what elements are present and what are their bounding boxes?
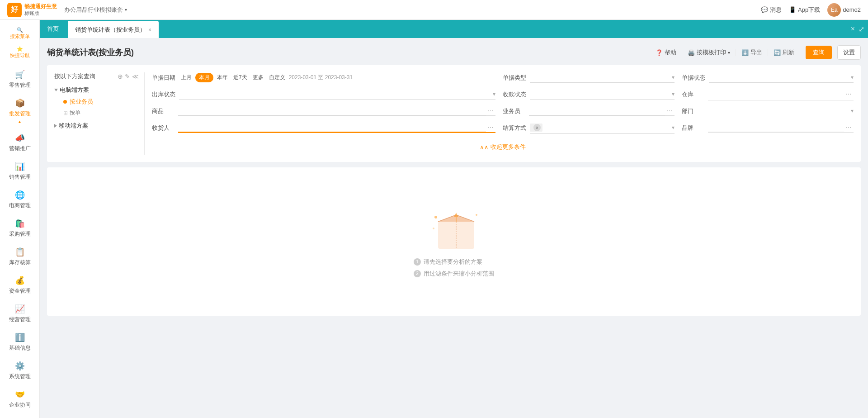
date-btn-this-year[interactable]: 本年	[215, 73, 230, 82]
warehouse-select[interactable]: ···	[708, 88, 854, 100]
tab-minimize-btn[interactable]: ×	[851, 25, 855, 33]
sidebar-item-finance[interactable]: 💰 资金管理	[0, 271, 39, 299]
app-download-btn[interactable]: 📱 App下载	[789, 6, 820, 14]
sidebar-item-inventory[interactable]: 📋 库存核算	[0, 242, 39, 271]
sidebar-item-wholesale[interactable]: 📦 批发管理 ▲	[0, 94, 39, 128]
purchase-icon: 🛍️	[15, 218, 25, 228]
template-print-btn[interactable]: 🖨️ 按模板打印 ▾	[688, 48, 730, 57]
date-label: 单据日期	[152, 74, 175, 82]
step-1-text: 请先选择要分析的方案	[424, 256, 482, 268]
date-btn-this-month[interactable]: 本月	[195, 73, 213, 82]
goods-input[interactable]	[178, 106, 486, 115]
user-area[interactable]: Ea demo2	[827, 3, 861, 17]
empty-illustration	[427, 204, 481, 249]
sidebar-item-system[interactable]: ⚙️ 系统管理	[0, 356, 39, 385]
filter-form: 单据日期 上月 本月 本年 近7天 更多 自定义 20	[152, 72, 854, 155]
goods-dots-icon[interactable]: ···	[486, 107, 495, 115]
warehouse-dots-icon[interactable]: ···	[844, 90, 854, 98]
step-2-num: 2	[414, 270, 421, 277]
tab-active[interactable]: 销货单统计表（按业务员） ×	[68, 21, 159, 39]
shipstatus-label: 出库状态	[152, 90, 175, 99]
divider-4	[800, 49, 800, 56]
sidebar-item-marketing[interactable]: 📣 营销推广	[0, 128, 39, 157]
sidebar-item-ecommerce-label: 电商管理	[9, 202, 31, 209]
scheme-group-mobile-header[interactable]: 移动端方案	[54, 120, 139, 132]
refresh-label: 刷新	[783, 48, 794, 57]
date-btn-more[interactable]: 更多	[251, 73, 265, 82]
sidebar-item-sales[interactable]: 📊 销售管理	[0, 157, 39, 185]
scheme-group-desktop-header[interactable]: 电脑端方案	[54, 84, 139, 96]
doctype-select[interactable]: ▾	[530, 72, 675, 83]
tab-actions: × ⤢	[847, 25, 868, 33]
payment-clear-btn[interactable]: ×	[533, 124, 541, 131]
payment-label: 结算方式	[503, 124, 526, 132]
shipstatus-select[interactable]: ▾	[179, 89, 495, 100]
tab-maximize-btn[interactable]: ⤢	[859, 25, 864, 33]
marketing-icon: 📣	[15, 133, 25, 143]
collapse-btn[interactable]: ∧∧ 收起更多条件	[152, 139, 854, 155]
sidebar-item-operations[interactable]: 📈 经营管理	[0, 299, 39, 328]
salesman-input[interactable]	[529, 106, 665, 115]
sidebar-item-ecommerce[interactable]: 🌐 电商管理	[0, 185, 39, 214]
message-icon: 💬	[761, 6, 768, 13]
sidebar-search[interactable]: 🔍 搜索菜单	[0, 24, 39, 43]
print-icon: 🖨️	[688, 49, 695, 56]
tab-close-btn[interactable]: ×	[148, 27, 151, 33]
operations-icon: 📈	[15, 304, 25, 314]
brand-input[interactable]	[708, 123, 844, 132]
scheme-sub: ⊞ 按单	[54, 108, 139, 118]
docstatus-select[interactable]: ▾	[709, 72, 854, 83]
dept-select[interactable]: ▾	[708, 106, 854, 116]
date-range-display: 2023-03-01 至 2023-03-31	[289, 74, 353, 81]
ecommerce-icon: 🌐	[15, 190, 25, 200]
receiver-dots-icon[interactable]: ···	[486, 124, 495, 132]
basic-icon: ℹ️	[15, 332, 25, 342]
scheme-header: 按以下方案查询 ⊕ ✎ ≪	[54, 72, 139, 81]
sidebar-item-basic[interactable]: ℹ️ 基础信息	[0, 328, 39, 356]
refresh-btn[interactable]: 🔄 刷新	[774, 48, 794, 57]
sidebar-nav-label: 快捷导航	[2, 52, 38, 59]
scheme-panel: 按以下方案查询 ⊕ ✎ ≪ 电脑端方案	[54, 72, 145, 155]
template-print-label: 按模板打印	[697, 48, 726, 57]
salesman-dots-icon[interactable]: ···	[665, 107, 675, 115]
goods-label: 商品	[152, 107, 175, 115]
collapse-label: 收起更多条件	[491, 143, 526, 151]
scheme-item-salesman[interactable]: 按业务员	[54, 96, 139, 108]
receiver-input[interactable]	[178, 123, 486, 132]
date-btn-7days[interactable]: 近7天	[231, 73, 249, 82]
sidebar-item-purchase-label: 采购管理	[9, 230, 31, 238]
scheme-edit-btn[interactable]: ✎	[125, 73, 130, 80]
export-btn[interactable]: ⬇️ 导出	[741, 48, 762, 57]
sidebar-nav[interactable]: ⭐ 快捷导航	[0, 43, 39, 62]
filter-dept-field: 部门 ▾	[682, 106, 854, 116]
logo-line2: 标账版	[24, 10, 57, 16]
step-2: 2 用过滤条件来缩小分析范围	[414, 268, 494, 280]
app-selector[interactable]: 办公用品行业模拟账套 ▾	[61, 4, 131, 16]
scheme-add-btn[interactable]: ⊕	[118, 73, 123, 80]
sidebar-item-purchase[interactable]: 🛍️ 采购管理	[0, 214, 39, 242]
scheme-item-salesman-label: 按业务员	[70, 98, 93, 106]
sidebar-item-guide[interactable]: 🎯 新手引导	[0, 413, 39, 418]
date-btn-last-month[interactable]: 上月	[179, 73, 193, 82]
scheme-sub-item-order[interactable]: ⊞ 按单	[63, 108, 139, 118]
main-layout: 🔍 搜索菜单 ⭐ 快捷导航 🛒 零售管理 📦 批发管理 ▲ 📣 营销推广 📊 销…	[0, 20, 868, 418]
scheme-collapse-btn[interactable]: ≪	[132, 73, 139, 80]
refresh-icon: 🔄	[774, 49, 781, 56]
query-btn[interactable]: 查询	[806, 46, 832, 59]
help-btn[interactable]: ❓ 帮助	[656, 48, 676, 57]
sidebar-item-collab[interactable]: 🤝 企业协同	[0, 385, 39, 413]
settings-btn[interactable]: 设置	[837, 45, 861, 60]
divider-2	[736, 49, 736, 56]
page-title: 销货单统计表(按业务员)	[47, 47, 134, 58]
filter-row-1: 单据日期 上月 本月 本年 近7天 更多 自定义 20	[152, 72, 854, 83]
tab-home[interactable]: 首页	[40, 20, 66, 38]
sidebar-item-retail[interactable]: 🛒 零售管理	[0, 65, 39, 94]
message-btn[interactable]: 💬 消息	[761, 6, 782, 14]
expand-icon: ▲	[18, 119, 22, 124]
date-quick-btns: 上月 本月 本年 近7天 更多 自定义	[179, 73, 287, 82]
brand-dots-icon[interactable]: ···	[844, 124, 854, 132]
payment-select[interactable]: × ▾	[530, 122, 675, 134]
chevron-down-icon: ▾	[125, 7, 127, 12]
date-btn-custom[interactable]: 自定义	[267, 73, 287, 82]
recvstatus-select[interactable]: ▾	[530, 89, 675, 100]
